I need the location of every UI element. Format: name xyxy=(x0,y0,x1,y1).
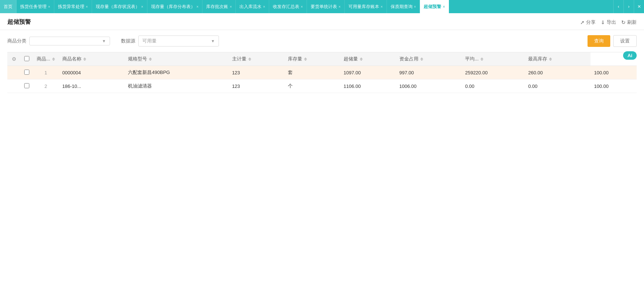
th-checkbox xyxy=(21,52,33,66)
nav-item-task-mgmt[interactable]: 拣货任务管理 × xyxy=(17,0,54,13)
th-spec-label: 规格型号 xyxy=(128,56,147,62)
row-stock: 1097.00 xyxy=(340,66,396,79)
row-product-name: 机油滤清器 xyxy=(124,79,228,93)
nav-close-inout-flow[interactable]: × xyxy=(263,5,265,9)
refresh-button[interactable]: ↻ 刷新 xyxy=(621,19,637,26)
nav-item-available-account[interactable]: 可用量库存账本 × xyxy=(345,0,387,13)
datasource-filter-group: 数据源 可用量 ▼ xyxy=(121,36,219,47)
th-unit[interactable]: 主计量 xyxy=(228,52,284,66)
page-title-bar: 超储预警 ➚ 分享 ⇓ 导出 ↻ 刷新 xyxy=(0,13,644,30)
share-icon: ➚ xyxy=(580,19,585,25)
row-overstock: 997.00 xyxy=(396,66,461,79)
row-spec: 123 xyxy=(228,79,284,93)
export-label: 导出 xyxy=(607,19,616,26)
nav-item-home[interactable]: 首页 xyxy=(0,0,17,13)
row-product-code: 186-10... xyxy=(59,79,124,93)
table-row: 2 186-10... 机油滤清器 123 个 1106.00 1006.00 … xyxy=(7,79,637,93)
top-navigation: 首页拣货任务管理 ×拣货异常处理 ×现存量（库存状况表） ×现存量（库存分布表）… xyxy=(0,0,644,13)
th-overstock-label: 超储量 xyxy=(344,56,358,62)
th-unit-label: 主计量 xyxy=(232,56,246,62)
nav-item-abnormal[interactable]: 拣货异常处理 × xyxy=(54,0,92,13)
nav-item-expiry-query[interactable]: 保质期查询 × xyxy=(387,0,420,13)
sort-product-code-icon xyxy=(52,58,55,61)
nav-item-inout-flow[interactable]: 出入库流水 × xyxy=(236,0,269,13)
table-header-row: ⚙ 商品... 商品名称 xyxy=(7,52,637,66)
th-avg[interactable]: 平均... xyxy=(461,52,524,66)
nav-arrows: ‹ › ✕ xyxy=(613,0,644,13)
sort-max-stock-icon xyxy=(549,58,552,61)
th-avg-label: 平均... xyxy=(465,56,479,62)
th-overstock[interactable]: 超储量 xyxy=(340,52,396,66)
nav-arrow-left[interactable]: ‹ xyxy=(613,0,623,13)
data-table: ⚙ 商品... 商品名称 xyxy=(7,52,637,93)
nav-item-collect-summary[interactable]: 收发存汇总表 × xyxy=(269,0,307,13)
nav-item-inventory-dist[interactable]: 现存量（库存分布表） × xyxy=(147,0,203,13)
row-product-name: 六配套新昌490BPG xyxy=(124,66,228,79)
row-avg: 260.00 xyxy=(524,66,590,79)
datasource-select[interactable]: 可用量 ▼ xyxy=(138,36,219,47)
row-unit: 套 xyxy=(284,66,340,79)
th-capital-label: 资金占用 xyxy=(399,56,418,62)
category-select-arrow-icon: ▼ xyxy=(102,39,106,43)
filter-area: 商品分类 ▼ 数据源 可用量 ▼ 查询 设置 xyxy=(0,30,644,52)
th-stock[interactable]: 库存量 xyxy=(284,52,340,66)
category-select[interactable]: ▼ xyxy=(29,37,110,45)
row-max-stock: 100.00 xyxy=(590,66,637,79)
nav-arrow-right[interactable]: › xyxy=(623,0,634,13)
row-unit: 个 xyxy=(284,79,340,93)
datasource-select-value: 可用量 xyxy=(142,38,157,44)
settings-button[interactable]: 设置 xyxy=(613,35,637,47)
th-max-stock-label: 最高库存 xyxy=(528,56,547,62)
row-capital: 0.00 xyxy=(461,79,524,93)
nav-arrow-close[interactable]: ✕ xyxy=(634,0,644,13)
row-checkbox-cell xyxy=(21,66,33,79)
page-title: 超储预警 xyxy=(7,18,31,26)
th-stock-label: 库存量 xyxy=(288,56,302,62)
sort-overstock-icon xyxy=(360,58,363,61)
export-icon: ⇓ xyxy=(601,19,605,25)
nav-close-inventory-status[interactable]: × xyxy=(141,5,143,9)
row-gear-cell xyxy=(7,79,21,93)
row-checkbox-cell xyxy=(21,79,33,93)
category-filter-group: 商品分类 ▼ xyxy=(7,37,110,45)
nav-item-order-stats[interactable]: 要货单统计表 × xyxy=(307,0,345,13)
nav-close-batch-account[interactable]: × xyxy=(230,5,232,9)
query-button[interactable]: 查询 xyxy=(588,35,610,47)
share-button[interactable]: ➚ 分享 xyxy=(580,19,596,26)
nav-close-abnormal[interactable]: × xyxy=(86,5,88,9)
ai-badge[interactable]: Ai xyxy=(623,51,637,60)
nav-item-batch-account[interactable]: 库存批次账 × xyxy=(202,0,236,13)
row-checkbox-0[interactable] xyxy=(24,70,29,75)
th-product-name-label: 商品名称 xyxy=(62,56,81,62)
th-max-stock[interactable]: 最高库存 xyxy=(524,52,590,66)
row-num: 2 xyxy=(33,79,59,93)
nav-close-collect-summary[interactable]: × xyxy=(301,5,303,9)
th-spec[interactable]: 规格型号 xyxy=(124,52,228,66)
nav-close-available-account[interactable]: × xyxy=(381,5,383,9)
settings-gear-icon[interactable]: ⚙ xyxy=(12,56,17,62)
sort-avg-icon xyxy=(480,58,483,61)
th-product-code-label: 商品... xyxy=(37,56,50,62)
th-product-name[interactable]: 商品名称 xyxy=(59,52,124,66)
nav-close-order-stats[interactable]: × xyxy=(339,5,341,9)
export-button[interactable]: ⇓ 导出 xyxy=(601,19,616,26)
th-product-code[interactable]: 商品... xyxy=(33,52,59,66)
nav-close-inventory-dist[interactable]: × xyxy=(197,5,199,9)
row-checkbox-1[interactable] xyxy=(24,83,29,88)
sort-unit-icon xyxy=(248,58,251,61)
sort-stock-icon xyxy=(304,58,307,61)
sort-product-name-icon xyxy=(83,58,86,61)
nav-close-task-mgmt[interactable]: × xyxy=(48,5,50,9)
th-gear: ⚙ xyxy=(7,52,21,66)
datasource-label: 数据源 xyxy=(121,38,135,44)
refresh-icon: ↻ xyxy=(621,19,626,25)
row-avg: 0.00 xyxy=(524,79,590,93)
nav-close-expiry-query[interactable]: × xyxy=(414,5,416,9)
filter-actions: 查询 设置 xyxy=(588,35,637,47)
select-all-checkbox[interactable] xyxy=(24,56,29,61)
nav-close-overstock-warning[interactable]: × xyxy=(443,5,445,9)
th-capital[interactable]: 资金占用 xyxy=(396,52,461,66)
nav-item-inventory-status[interactable]: 现存量（库存状况表） × xyxy=(92,0,147,13)
nav-item-overstock-warning[interactable]: 超储预警 × xyxy=(420,0,449,13)
sort-capital-icon xyxy=(420,58,423,61)
